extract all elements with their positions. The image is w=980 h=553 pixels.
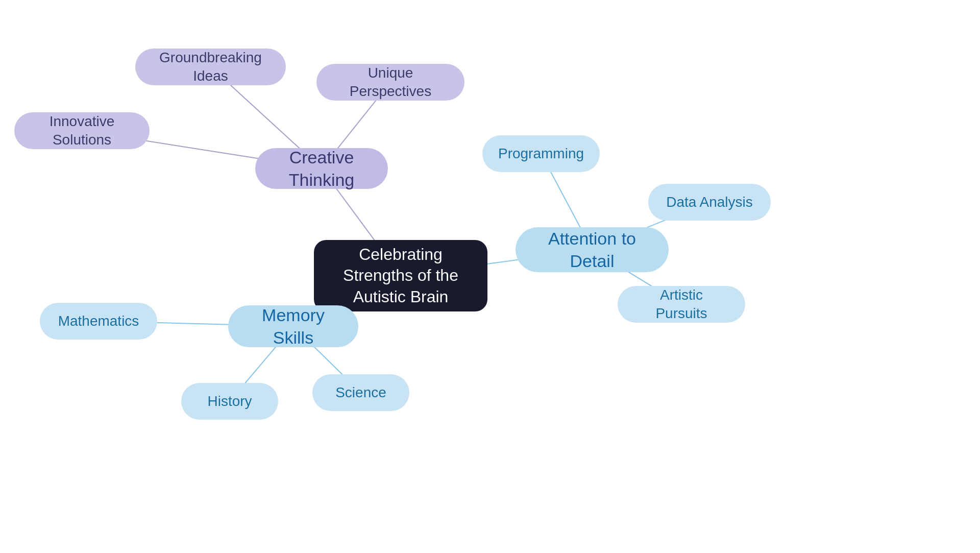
node-creative-thinking: Creative Thinking [255, 148, 388, 189]
node-memory-skills: Memory Skills [228, 305, 358, 347]
node-groundbreaking-ideas: Groundbreaking Ideas [135, 49, 286, 85]
node-unique-perspectives: Unique Perspectives [316, 64, 464, 101]
label-memory-skills: Memory Skills [243, 304, 343, 349]
node-programming: Programming [482, 135, 600, 172]
node-history: History [181, 383, 278, 420]
label-mathematics: Mathematics [58, 312, 139, 330]
label-groundbreaking-ideas: Groundbreaking Ideas [151, 49, 271, 86]
label-innovative-solutions: Innovative Solutions [30, 112, 134, 150]
node-data-analysis: Data Analysis [648, 184, 771, 221]
center-node: Celebrating Strengths of the Autistic Br… [314, 240, 487, 311]
label-data-analysis: Data Analysis [666, 193, 753, 211]
label-artistic-pursuits: Artistic Pursuits [633, 286, 730, 323]
node-attention-to-detail: Attention to Detail [516, 227, 669, 272]
node-science: Science [312, 374, 409, 411]
label-creative-thinking: Creative Thinking [271, 146, 373, 191]
node-innovative-solutions: Innovative Solutions [14, 112, 150, 149]
label-unique-perspectives: Unique Perspectives [332, 64, 449, 101]
label-programming: Programming [498, 145, 584, 163]
label-attention-to-detail: Attention to Detail [531, 227, 653, 272]
label-science: Science [335, 383, 386, 402]
label-history: History [207, 392, 252, 411]
node-mathematics: Mathematics [40, 303, 157, 340]
center-label: Celebrating Strengths of the Autistic Br… [329, 244, 472, 308]
node-artistic-pursuits: Artistic Pursuits [618, 286, 745, 323]
